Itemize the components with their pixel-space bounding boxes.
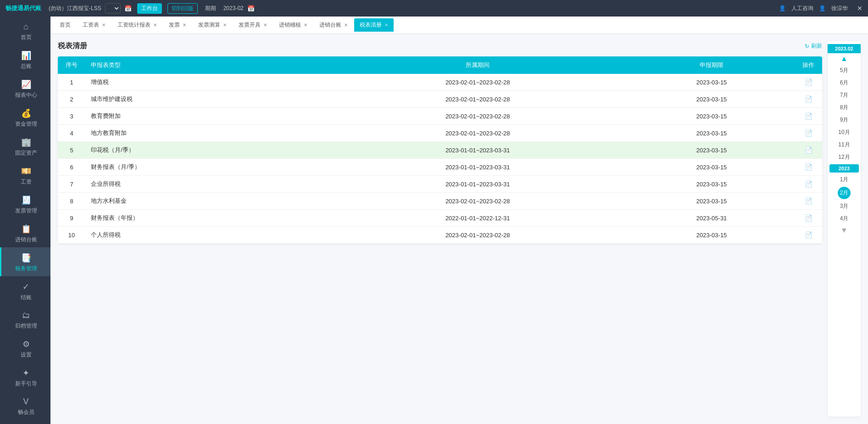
sidebar-item-invoice-mgmt[interactable]: 🧾发票管理 bbox=[0, 190, 50, 218]
tab-close-payroll[interactable]: ✕ bbox=[102, 22, 106, 28]
month-item-7月[interactable]: 7月 bbox=[828, 89, 861, 101]
table-body: 1 增值税 2023-02-01~2023-02-28 2023-03-15 📄… bbox=[58, 74, 822, 244]
month-item-12月[interactable]: 12月 bbox=[828, 151, 861, 163]
sidebar-item-settings[interactable]: ⚙设置 bbox=[0, 334, 50, 363]
month-item-2月[interactable]: 2月 bbox=[838, 187, 851, 199]
tab-invoice-calc[interactable]: 发票测算✕ bbox=[193, 18, 232, 32]
month-item-11月[interactable]: 11月 bbox=[828, 139, 861, 151]
month-item-5月[interactable]: 5月 bbox=[828, 64, 861, 77]
action-icon[interactable]: 📄 bbox=[805, 95, 812, 103]
action-icon[interactable]: 📄 bbox=[805, 129, 812, 137]
tab-purchase-ledger[interactable]: 进销台账✕ bbox=[314, 18, 353, 32]
cell-seq: 5 bbox=[58, 142, 85, 159]
cell-type: 企业所得税 bbox=[85, 176, 327, 193]
tab-label-purchase-check: 进销稽核 bbox=[279, 21, 301, 29]
sidebar-item-purchase-sale[interactable]: 📋进销台账 bbox=[0, 218, 50, 247]
sidebar-item-ledger[interactable]: 📊总账 bbox=[0, 45, 50, 74]
action-icon[interactable]: 📄 bbox=[805, 78, 812, 86]
tab-close-tax-clearance[interactable]: ✕ bbox=[384, 22, 388, 28]
sidebar-item-vip[interactable]: V畅会员 bbox=[0, 391, 50, 420]
action-icon[interactable]: 📄 bbox=[805, 180, 812, 188]
tab-close-invoice[interactable]: ✕ bbox=[183, 22, 186, 28]
action-icon[interactable]: 📄 bbox=[805, 214, 812, 222]
sidebar-item-tax-mgmt[interactable]: 📑税务管理 bbox=[0, 247, 50, 276]
cell-deadline: 2023-03-15 bbox=[629, 142, 795, 159]
cell-type: 个人所得税 bbox=[85, 227, 327, 244]
month-item-4月[interactable]: 4月 bbox=[828, 212, 861, 225]
sidebar-item-home[interactable]: ⌂首页 bbox=[0, 17, 50, 45]
tab-payroll[interactable]: 工资表✕ bbox=[77, 18, 111, 32]
col-type: 申报表类型 bbox=[85, 56, 327, 74]
sidebar: ⌂首页📊总账📈报表中心💰资金管理🏢固定资产💴工资🧾发票管理📋进销台账📑税务管理✓… bbox=[0, 17, 50, 424]
nav-down-arrow[interactable]: ▼ bbox=[839, 225, 849, 236]
year-badge[interactable]: 2023 bbox=[829, 164, 859, 173]
table-row: 3 教育费附加 2023-02-01~2023-02-28 2023-03-15… bbox=[58, 108, 822, 125]
action-icon[interactable]: 📄 bbox=[805, 112, 812, 120]
nav-up-arrow[interactable]: ▲ bbox=[839, 53, 849, 64]
sidebar-item-settlement[interactable]: ✓结账 bbox=[0, 276, 50, 305]
tab-invoice[interactable]: 发票✕ bbox=[163, 18, 192, 32]
cell-period: 2023-02-01~2023-02-28 bbox=[327, 91, 629, 108]
action-icon[interactable]: 📄 bbox=[805, 197, 812, 205]
tab-label-tax-clearance: 税表清册 bbox=[360, 21, 382, 29]
main-panel: 税表清册 ↻ 刷新 序号 申报表类型 所属期间 申报期限 操作 bbox=[58, 41, 822, 417]
cell-action: 📄 bbox=[795, 193, 822, 210]
ai-consult-label[interactable]: 人工咨询 bbox=[791, 5, 813, 12]
tab-label-invoice-open: 发票开具 bbox=[239, 21, 261, 29]
month-item-3月[interactable]: 3月 bbox=[828, 200, 861, 212]
month-item-10月[interactable]: 10月 bbox=[828, 126, 861, 139]
tab-label-payroll: 工资表 bbox=[83, 21, 99, 29]
sidebar-item-report[interactable]: 📈报表中心 bbox=[0, 74, 50, 103]
month-item-8月[interactable]: 8月 bbox=[828, 101, 861, 114]
sidebar-item-fixed-assets[interactable]: 🏢固定资产 bbox=[0, 132, 50, 161]
cell-type: 城市维护建设税 bbox=[85, 91, 327, 108]
action-icon[interactable]: 📄 bbox=[805, 231, 812, 239]
sidebar-item-fund[interactable]: 💰资金管理 bbox=[0, 103, 50, 132]
month-item-1月[interactable]: 1月 bbox=[828, 173, 861, 186]
tab-close-invoice-calc[interactable]: ✕ bbox=[223, 22, 227, 28]
tab-close-invoice-open[interactable]: ✕ bbox=[263, 22, 267, 28]
period-value: 2023-02 bbox=[223, 5, 244, 11]
sidebar-icon-settlement: ✓ bbox=[22, 282, 29, 292]
switch-btn[interactable]: 切到旧版 bbox=[167, 3, 198, 14]
tab-tax-clearance[interactable]: 税表清册✕ bbox=[354, 18, 394, 32]
tab-close-purchase-ledger[interactable]: ✕ bbox=[344, 22, 348, 28]
tab-label-invoice: 发票 bbox=[169, 21, 180, 29]
company-dropdown[interactable] bbox=[105, 3, 121, 13]
sidebar-label-guide: 新手引导 bbox=[15, 380, 37, 388]
cell-type: 增值税 bbox=[85, 74, 327, 91]
app-logo: 畅捷通易代账 bbox=[6, 4, 41, 12]
tab-home[interactable]: 首页 bbox=[54, 18, 76, 32]
refresh-button[interactable]: ↻ 刷新 bbox=[805, 42, 822, 50]
table-row: 4 地方教育附加 2023-02-01~2023-02-28 2023-03-1… bbox=[58, 125, 822, 142]
tab-label-payroll-report: 工资统计报表 bbox=[117, 21, 150, 29]
sidebar-footer[interactable]: 📌 取消固定 bbox=[0, 420, 50, 424]
sidebar-icon-fund: 💰 bbox=[21, 108, 31, 118]
cell-deadline: 2023-03-15 bbox=[629, 108, 795, 125]
month-item-9月[interactable]: 9月 bbox=[828, 114, 861, 126]
sidebar-item-archive[interactable]: 🗂归档管理 bbox=[0, 305, 50, 334]
action-icon[interactable]: 📄 bbox=[805, 146, 812, 154]
page-content: 税表清册 ↻ 刷新 序号 申报表类型 所属期间 申报期限 操作 bbox=[50, 34, 868, 424]
cell-deadline: 2023-03-15 bbox=[629, 227, 795, 244]
sidebar-item-salary[interactable]: 💴工资 bbox=[0, 161, 50, 190]
tab-purchase-check[interactable]: 进销稽核✕ bbox=[273, 18, 313, 32]
tab-payroll-report[interactable]: 工资统计报表✕ bbox=[112, 18, 162, 32]
month-item-6月[interactable]: 6月 bbox=[828, 77, 861, 89]
action-icon[interactable]: 📄 bbox=[805, 163, 812, 171]
cell-type: 财务报表（年报） bbox=[85, 210, 327, 227]
cell-seq: 4 bbox=[58, 125, 85, 142]
sidebar-item-guide[interactable]: ✦新手引导 bbox=[0, 363, 50, 391]
ai-consult-icon: 👤 bbox=[779, 5, 786, 11]
cell-action: 📄 bbox=[795, 210, 822, 227]
cell-seq: 3 bbox=[58, 108, 85, 125]
table-row: 5 印花税（月/季） 2023-01-01~2023-03-31 2023-03… bbox=[58, 142, 822, 159]
tab-close-payroll-report[interactable]: ✕ bbox=[153, 22, 157, 28]
tab-invoice-open[interactable]: 发票开具✕ bbox=[233, 18, 273, 32]
workspace-btn[interactable]: 工作台 bbox=[137, 3, 162, 14]
close-icon[interactable]: ✕ bbox=[857, 5, 862, 12]
user-name: 徐淙华 bbox=[831, 5, 848, 12]
tab-close-purchase-check[interactable]: ✕ bbox=[304, 22, 307, 28]
table-row: 2 城市维护建设税 2023-02-01~2023-02-28 2023-03-… bbox=[58, 91, 822, 108]
cell-deadline: 2023-03-15 bbox=[629, 91, 795, 108]
